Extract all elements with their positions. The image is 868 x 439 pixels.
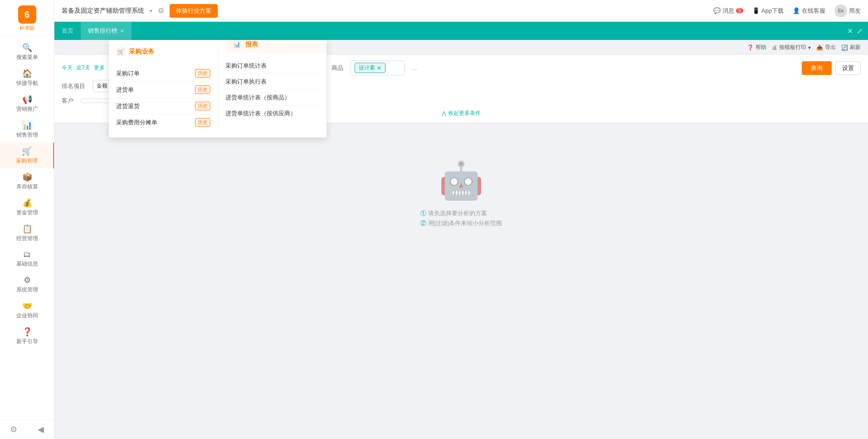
app-logo-label: 标准版 bbox=[20, 25, 34, 31]
sidebar-nav: 🔍搜索菜单🏠快捷导航📢营销推广📊销售管理🛒采购管理📦库存核算💰资金管理📋经营管理… bbox=[0, 35, 54, 419]
dropdown-item-purchase-return[interactable]: 进货退货 历史 bbox=[116, 98, 210, 114]
customer-label: 客户 bbox=[62, 97, 73, 105]
sidebar-item-enterprise[interactable]: 🤝企业协同 bbox=[0, 297, 54, 323]
rank-item-label: 排名项目 bbox=[62, 82, 85, 90]
sidebar-item-purchase[interactable]: 🛒采购管理 bbox=[0, 143, 54, 168]
settings-btn[interactable]: 设置 bbox=[835, 61, 861, 75]
goods-input[interactable]: 设计素 ✕ bbox=[351, 60, 405, 75]
print-btn[interactable]: 🖨 按模板打印 ▾ bbox=[772, 44, 811, 51]
sidebar-item-operation[interactable]: 📋经营管理 bbox=[0, 220, 54, 246]
sidebar-settings-icon[interactable]: ⚙ bbox=[10, 424, 17, 434]
history-badge-3: 历史 bbox=[195, 102, 210, 110]
operation-icon: 📋 bbox=[22, 224, 32, 234]
purchase-section-title: 🛒 采购业务 bbox=[116, 47, 210, 60]
sidebar-item-basic[interactable]: 🗂基础信息 bbox=[0, 246, 54, 271]
sales-icon: 📊 bbox=[22, 120, 32, 130]
header-right: 💬 消息 5 📱 App下载 👤 在线客服 Ea 用友 bbox=[713, 5, 861, 17]
header-left: 装备及固定资产辅助管理系统 ▾ ⚙ 体验行业方案 bbox=[62, 4, 218, 18]
sidebar-logo: 6 标准版 bbox=[0, 0, 54, 35]
empty-state: 🤖 ① 请先选择要分析的方案 ② 用[过滤]条件来缩小分析范围 bbox=[54, 123, 868, 266]
goods-tag-close[interactable]: ✕ bbox=[377, 65, 381, 71]
sidebar-item-sales[interactable]: 📊销售管理 bbox=[0, 117, 54, 143]
collapse-up-icon: ⋀ bbox=[442, 110, 446, 117]
app-label: App下载 bbox=[761, 7, 784, 15]
header-app-download[interactable]: 📱 App下载 bbox=[752, 7, 784, 15]
dropdown-item-purchase-expense[interactable]: 采购费用分摊单 历史 bbox=[116, 114, 210, 130]
filter-action-btns: 查询 设置 bbox=[802, 61, 861, 75]
sidebar-item-marketing_promo[interactable]: 📢营销推广 bbox=[0, 91, 54, 117]
export-btn[interactable]: 📤 导出 bbox=[816, 44, 836, 51]
tip-num-2: ② bbox=[420, 220, 426, 227]
tip-num-1: ① bbox=[420, 210, 426, 217]
dropdown-item-in-stat-goods[interactable]: 进货单统计表（按商品） bbox=[225, 90, 320, 106]
message-label: 消息 bbox=[722, 7, 734, 15]
history-badge-4: 历史 bbox=[195, 118, 210, 127]
header-settings-icon[interactable]: ⚙ bbox=[158, 6, 164, 15]
message-icon: 💬 bbox=[713, 7, 721, 14]
help-btn[interactable]: ❓ 帮助 bbox=[747, 44, 766, 51]
top-header: 装备及固定资产辅助管理系统 ▾ ⚙ 体验行业方案 💬 消息 5 📱 App下载 … bbox=[54, 0, 868, 22]
app-icon: 📱 bbox=[752, 7, 760, 14]
preset-today[interactable]: 今天 bbox=[62, 64, 73, 72]
goods-dots[interactable]: ... bbox=[412, 64, 417, 71]
purchase-section-icon: 🛒 bbox=[116, 47, 125, 56]
basic-icon: 🗂 bbox=[23, 250, 31, 259]
main-area: 装备及固定资产辅助管理系统 ▾ ⚙ 体验行业方案 💬 消息 5 📱 App下载 … bbox=[54, 0, 868, 439]
sidebar-item-inventory[interactable]: 📦库存核算 bbox=[0, 168, 54, 194]
empty-tips: ① 请先选择要分析的方案 ② 用[过滤]条件来缩小分析范围 bbox=[420, 209, 502, 229]
report-section: 📊 报表 采购订单统计表 采购订单执行表 进货单统计表（按商品） 进货单统计表（… bbox=[218, 47, 320, 130]
goods-tag: 设计素 ✕ bbox=[355, 63, 385, 73]
shortcut-icon: 🏠 bbox=[22, 69, 32, 79]
refresh-icon: 🔄 bbox=[841, 44, 848, 51]
help-icon: ❓ bbox=[747, 44, 754, 51]
service-icon: 👤 bbox=[793, 7, 800, 14]
header-user[interactable]: Ea 用友 bbox=[834, 5, 861, 17]
preset-7days[interactable]: 近7天 bbox=[76, 64, 90, 72]
app-logo-icon: 6 bbox=[18, 5, 36, 24]
user-label: 用友 bbox=[849, 7, 861, 15]
guide-icon: ❓ bbox=[22, 327, 32, 337]
tab-home[interactable]: 首页 bbox=[54, 22, 81, 40]
tab-bar-close-icon[interactable]: ✕ bbox=[847, 27, 853, 35]
message-badge: 5 bbox=[736, 8, 743, 13]
tab-sales-rank[interactable]: 销售排行榜 ✕ bbox=[81, 22, 132, 40]
finance-icon: 💰 bbox=[22, 198, 32, 208]
sidebar-item-shortcut[interactable]: 🏠快捷导航 bbox=[0, 65, 54, 91]
query-btn[interactable]: 查询 bbox=[802, 61, 832, 75]
industry-btn[interactable]: 体验行业方案 bbox=[170, 4, 218, 18]
history-badge-1: 历史 bbox=[195, 69, 210, 78]
header-online-service[interactable]: 👤 在线客服 bbox=[793, 7, 825, 15]
dropdown-item-in-stat-supplier[interactable]: 进货单统计表（按供应商） bbox=[225, 106, 320, 121]
sidebar-item-guide[interactable]: ❓新手引导 bbox=[0, 323, 54, 349]
dropdown-item-purchase-order[interactable]: 采购订单 历史 bbox=[116, 65, 210, 82]
sidebar-item-finance[interactable]: 💰资金管理 bbox=[0, 194, 54, 220]
refresh-btn[interactable]: 🔄 刷新 bbox=[841, 44, 861, 51]
dropdown-item-purchase-order-exec[interactable]: 采购订单执行表 bbox=[225, 74, 320, 90]
sidebar-collapse-icon[interactable]: ◀ bbox=[38, 424, 44, 434]
header-messages[interactable]: 💬 消息 5 bbox=[713, 7, 743, 15]
report-section-icon: 📊 bbox=[233, 40, 242, 49]
tab-bar-right: ✕ ⤢ bbox=[847, 27, 868, 35]
sys-dropdown-arrow[interactable]: ▾ bbox=[150, 8, 152, 14]
enterprise-icon: 🤝 bbox=[22, 301, 32, 311]
user-avatar: Ea bbox=[834, 5, 847, 17]
tab-bar-expand-icon[interactable]: ⤢ bbox=[857, 27, 863, 35]
goods-label: 商品 bbox=[332, 64, 343, 72]
tab-home-label: 首页 bbox=[62, 27, 73, 35]
service-label: 在线客服 bbox=[802, 7, 825, 15]
purchase-icon: 🛒 bbox=[22, 146, 32, 156]
dropdown-item-purchase-order-stat[interactable]: 采购订单统计表 bbox=[225, 58, 320, 74]
sidebar-footer: ⚙ ◀ bbox=[0, 419, 54, 439]
tab-bar: 首页 销售排行榜 ✕ ✕ ⤢ 🛒 采购业务 采购订单 历史 bbox=[54, 22, 868, 40]
export-icon: 📤 bbox=[816, 44, 823, 51]
sidebar-item-system[interactable]: ⚙系统管理 bbox=[0, 271, 54, 297]
preset-more[interactable]: 更多 bbox=[94, 64, 105, 72]
report-section-title: 📊 报表 bbox=[225, 40, 327, 53]
print-dropdown-icon[interactable]: ▾ bbox=[808, 44, 811, 51]
dropdown-item-purchase-in[interactable]: 进货单 历史 bbox=[116, 82, 210, 98]
purchase-section: 🛒 采购业务 采购订单 历史 进货单 历史 进货退货 历史 采购费用分摊单 bbox=[116, 47, 218, 130]
sidebar-item-search[interactable]: 🔍搜索菜单 bbox=[0, 39, 54, 65]
collapse-btn[interactable]: ⋀ 收起更多条件 bbox=[442, 109, 481, 117]
tab-sales-rank-close[interactable]: ✕ bbox=[120, 28, 124, 34]
purchase-dropdown-menu: 🛒 采购业务 采购订单 历史 进货单 历史 进货退货 历史 采购费用分摊单 bbox=[109, 40, 327, 138]
